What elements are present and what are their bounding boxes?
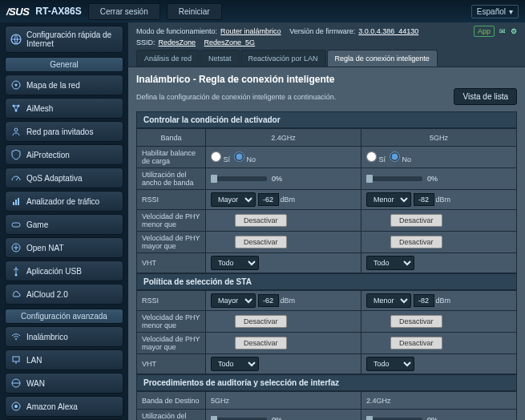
sta-phymin-5-button[interactable]: Desactivar (390, 315, 442, 328)
rssi-op-24[interactable]: Mayor que (211, 192, 256, 207)
sta-vht-5-select[interactable]: Todo (366, 357, 414, 371)
loadbal-24-yes[interactable]: Sí (211, 155, 230, 164)
vht-5-select[interactable]: Todo (366, 256, 414, 270)
loadbal-24-no[interactable]: No (234, 155, 256, 164)
row-vht-label: VHT (137, 253, 206, 273)
sta-phymin-24-button[interactable]: Desactivar (235, 315, 287, 328)
tools-icon[interactable]: ⚙ (511, 27, 517, 35)
tab-bar: Análisis de red Netstat Reactivación por… (128, 50, 525, 67)
sidebar-section-advanced: Configuración avanzada (5, 309, 123, 324)
sidebar-item-lan[interactable]: LAN (5, 349, 123, 370)
sidebar-item-label: Open NAT (26, 244, 64, 252)
row-bw2-label: Utilización del ancho de banda (137, 410, 206, 421)
section-trigger-condition: Controlar la condición del activador (136, 111, 517, 128)
destband-5: 2.4GHz (361, 392, 517, 410)
trigger-table: Banda2.4GHz5GHz Habilitar balance de car… (136, 128, 517, 273)
reboot-button[interactable]: Reiniciar (167, 3, 222, 20)
sidebar-item-label: Analizador de tráfico (26, 197, 99, 206)
row-destband-label: Banda de Destino (137, 392, 206, 410)
sidebar-item-game[interactable]: Game (5, 214, 123, 235)
svg-rect-9 (15, 200, 17, 205)
tab-netstat[interactable]: Netstat (200, 50, 240, 67)
wifi-icon (10, 331, 22, 342)
tab-smart-connect[interactable]: Regla de conexión inteligente (327, 50, 438, 67)
list-view-button[interactable]: Vista de lista (454, 88, 517, 105)
rssi-val-5[interactable] (414, 193, 434, 206)
sta-rssi-val-24[interactable] (258, 294, 279, 307)
chart-icon (10, 196, 22, 207)
app-link[interactable]: App (474, 26, 495, 37)
shield-icon (10, 149, 22, 160)
bw-value-24: 0% (272, 175, 282, 183)
destband-24: 5GHz (206, 392, 361, 410)
sta-vht-24-select[interactable]: Todo (211, 357, 259, 371)
loadbal-5-no[interactable]: No (390, 155, 411, 164)
sidebar-item-label: AiCloud 2.0 (26, 290, 68, 299)
ssid-label: SSID: (136, 38, 155, 46)
alexa-icon (10, 401, 22, 412)
sidebar-item-label: AiMesh (26, 104, 53, 113)
sidebar-item-label: Red para invitados (26, 127, 93, 136)
phymax-24-button[interactable]: Desactivar (235, 236, 287, 248)
ssid-1[interactable]: RedesZone (159, 38, 196, 46)
tab-network-analysis[interactable]: Análisis de red (136, 50, 200, 67)
sidebar-item-wireless[interactable]: Inalámbrico (5, 326, 123, 347)
svg-rect-10 (18, 198, 19, 205)
phymin-5-button[interactable]: Desactivar (390, 214, 442, 227)
sidebar-item-usb[interactable]: Aplicación USB (5, 260, 123, 281)
info-bar: Modo de funcionamiento: Router inalámbri… (128, 22, 525, 50)
row-phymin2-label: Velocidad de PHY menor que (137, 311, 206, 333)
guest-icon (10, 126, 22, 137)
sidebar-item-label: Configuración rápida de Internet (26, 30, 118, 48)
audit-bw-value-24: 0% (272, 416, 282, 420)
sidebar-item-network-map[interactable]: Mapa de la red (5, 75, 123, 95)
gauge-icon (10, 172, 22, 184)
sidebar-item-aicloud[interactable]: AiCloud 2.0 (5, 284, 123, 305)
phymax-5-button[interactable]: Desactivar (390, 236, 442, 248)
svg-rect-15 (13, 357, 19, 361)
sidebar-section-general: General (5, 57, 123, 72)
phymin-24-button[interactable]: Desactivar (235, 214, 287, 227)
section-sta-policy: Política de selección de STA (136, 273, 517, 290)
row-rssi-label: RSSI (137, 190, 206, 210)
page-description: Defina la configuración de conexión inte… (136, 93, 336, 101)
sta-rssi-op-24[interactable]: Mayor que (211, 293, 256, 308)
sidebar-item-traffic[interactable]: Analizador de tráfico (5, 191, 123, 212)
rssi-op-5[interactable]: Menor que (366, 192, 411, 207)
sidebar-item-aiprotection[interactable]: AiProtection (5, 144, 123, 165)
sidebar-item-opennat[interactable]: Open NAT (5, 237, 123, 258)
sta-phymax-24-button[interactable]: Desactivar (235, 337, 287, 349)
col-5ghz: 5GHz (361, 129, 517, 147)
rssi-val-24[interactable] (258, 193, 279, 206)
lan-icon (10, 354, 22, 365)
svg-rect-11 (12, 223, 20, 227)
loadbal-5-yes[interactable]: Sí (366, 155, 386, 164)
sidebar-item-alexa[interactable]: Amazon Alexa (5, 396, 123, 417)
firmware-value-link[interactable]: 3.0.0.4.386_44130 (358, 27, 418, 35)
sidebar-item-aimesh[interactable]: AiMesh (5, 98, 123, 119)
chevron-down-icon: ▾ (509, 7, 513, 16)
audit-bw-value-5: 0% (427, 416, 438, 420)
logout-button[interactable]: Cerrar sesión (88, 3, 160, 20)
page-title: Inalámbrico - Regla de conexión intelige… (136, 74, 517, 85)
vht-24-select[interactable]: Todo (211, 256, 259, 270)
sta-rssi-val-5[interactable] (414, 294, 434, 307)
globe-icon (10, 34, 22, 45)
sidebar-item-guest-network[interactable]: Red para invitados (5, 121, 123, 142)
feedback-icon[interactable]: ✉ (499, 27, 506, 35)
sidebar-item-label: Inalámbrico (26, 333, 68, 341)
ssid-2[interactable]: RedesZone_5G (204, 38, 256, 46)
sidebar-item-qos[interactable]: QoS Adaptativa (5, 168, 123, 188)
sidebar-item-wan[interactable]: WAN (5, 373, 123, 394)
sta-phymax-5-button[interactable]: Desactivar (390, 337, 442, 349)
bw-slider-24[interactable] (211, 176, 267, 181)
model-name: RT-AX86S (35, 6, 81, 17)
tab-wol[interactable]: Reactivación por LAN (240, 50, 326, 67)
svg-point-14 (15, 338, 17, 340)
row-phymax-label: Velocidad de PHY mayor que (137, 232, 206, 253)
language-selector[interactable]: Español ▾ (471, 5, 519, 18)
sta-rssi-op-5[interactable]: Menor que (366, 293, 411, 308)
bw-slider-5[interactable] (366, 176, 422, 181)
mode-value-link[interactable]: Router inalámbrico (220, 27, 281, 35)
sidebar-item-quick-setup[interactable]: Configuración rápida de Internet (5, 26, 123, 53)
